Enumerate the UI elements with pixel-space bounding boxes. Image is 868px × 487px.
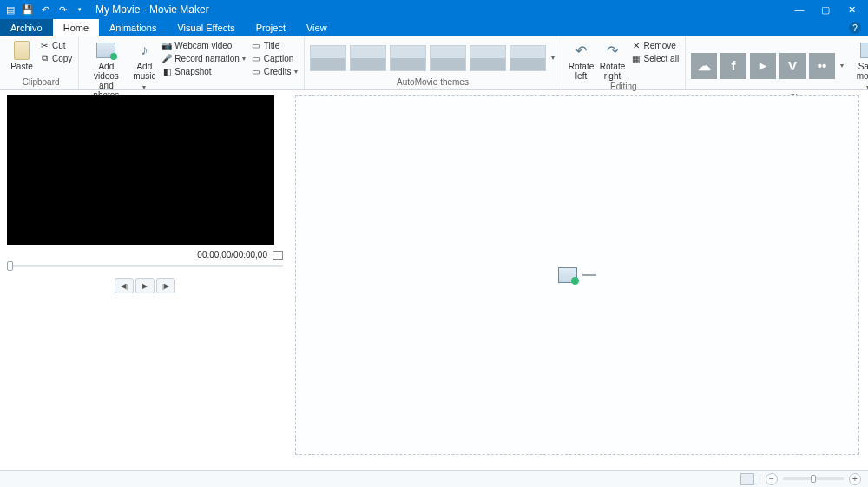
- youtube-icon: ▶: [760, 61, 766, 70]
- rotate-left-label: Rotateleft: [569, 62, 594, 81]
- select-all-icon: ▦: [631, 53, 641, 63]
- zoom-slider[interactable]: [783, 477, 844, 480]
- cut-button[interactable]: ✂Cut: [36, 39, 75, 51]
- tab-visual-effects[interactable]: Visual Effects: [167, 19, 245, 36]
- share-expand-icon[interactable]: ▾: [837, 62, 847, 69]
- webcam-icon: 📷: [161, 40, 172, 50]
- tab-animations[interactable]: Animations: [99, 19, 167, 36]
- video-preview[interactable]: [7, 95, 274, 245]
- tab-view[interactable]: View: [296, 19, 338, 36]
- tab-project[interactable]: Project: [246, 19, 296, 36]
- playback-controls: ◀| ▶ |▶: [7, 278, 283, 293]
- rotate-left-icon: ↶: [575, 43, 587, 59]
- paste-button[interactable]: Paste: [7, 38, 36, 72]
- tab-home[interactable]: Home: [53, 19, 99, 36]
- play-button[interactable]: ▶: [135, 278, 155, 293]
- group-clipboard-label: Clipboard: [7, 77, 75, 89]
- share-vimeo-button[interactable]: V: [779, 53, 806, 79]
- theme-thumb-1[interactable]: [310, 45, 346, 71]
- remove-button[interactable]: ✕Remove: [628, 39, 682, 51]
- titlebar: ▤ 💾 ↶ ↷ ▾ My Movie - Movie Maker — ▢ ✕: [0, 0, 868, 19]
- minimize-button[interactable]: —: [786, 0, 812, 19]
- webcam-video-button[interactable]: 📷Webcam video: [159, 39, 247, 51]
- save-movie-label: Savemovie: [855, 62, 868, 92]
- app-icon: ▤: [3, 3, 17, 16]
- select-all-label: Select all: [644, 54, 680, 63]
- prev-frame-button[interactable]: ◀|: [115, 278, 134, 293]
- add-media-icon: [96, 43, 115, 58]
- snapshot-icon: ◧: [161, 66, 172, 76]
- help-icon[interactable]: ?: [849, 22, 861, 34]
- share-youtube-button[interactable]: ▶: [750, 53, 776, 79]
- add-music-label: Addmusic: [132, 62, 156, 92]
- facebook-icon: f: [732, 58, 736, 73]
- rotate-right-icon: ↷: [607, 43, 618, 59]
- view-thumbnails-icon[interactable]: [740, 473, 754, 485]
- rotate-right-label: Rotateright: [600, 62, 625, 81]
- share-onedrive-button[interactable]: ☁: [691, 53, 717, 79]
- rotate-left-button[interactable]: ↶ Rotateleft: [566, 38, 597, 82]
- theme-thumb-4[interactable]: [430, 45, 466, 71]
- redo-icon[interactable]: ↷: [56, 3, 69, 16]
- snapshot-button[interactable]: ◧Snapshot: [159, 65, 247, 77]
- caption-label: Caption: [264, 54, 293, 63]
- preview-pane: 00:00,00/00:00,00 ◀| ▶ |▶: [0, 90, 290, 470]
- placeholder-line: [582, 274, 596, 276]
- theme-thumb-6[interactable]: [510, 45, 546, 71]
- record-narration-button[interactable]: 🎤Record narration: [159, 52, 247, 64]
- close-button[interactable]: ✕: [838, 0, 865, 19]
- group-editing: ↶ Rotateleft ↷ Rotateright ✕Remove ▦Sele…: [562, 36, 687, 89]
- fullscreen-icon[interactable]: [273, 251, 283, 260]
- theme-thumb-2[interactable]: [350, 45, 386, 71]
- copy-label: Copy: [52, 54, 72, 63]
- title-icon: ▭: [251, 40, 261, 50]
- add-music-button[interactable]: ♪ Addmusic: [129, 38, 159, 93]
- timeline-pane: [290, 90, 868, 470]
- cut-icon: ✂: [39, 40, 49, 50]
- remove-label: Remove: [644, 41, 676, 50]
- timeline-dropzone[interactable]: [295, 95, 859, 455]
- tab-file[interactable]: Archivo: [0, 19, 53, 36]
- share-facebook-button[interactable]: f: [720, 53, 746, 79]
- timecode: 00:00,00/00:00,00: [197, 250, 267, 260]
- zoom-in-button[interactable]: +: [849, 473, 861, 485]
- ribbon-tabs: Archivo Home Animations Visual Effects P…: [0, 19, 868, 36]
- remove-icon: ✕: [631, 40, 641, 50]
- seek-knob[interactable]: [7, 261, 13, 271]
- ribbon: Paste ✂Cut ⧉Copy Clipboard Add videosand…: [0, 36, 868, 90]
- maximize-button[interactable]: ▢: [812, 0, 838, 19]
- window-title: My Movie - Movie Maker: [95, 3, 209, 16]
- title-label: Title: [264, 41, 280, 50]
- zoom-knob[interactable]: [811, 475, 816, 483]
- main-area: 00:00,00/00:00,00 ◀| ▶ |▶: [0, 90, 868, 470]
- credits-button[interactable]: ▭Credits: [248, 65, 300, 77]
- add-media-placeholder-icon: [558, 267, 577, 283]
- theme-thumb-5[interactable]: [470, 45, 506, 71]
- rotate-right-button[interactable]: ↷ Rotateright: [597, 38, 628, 82]
- group-add: Add videosand photos ♪ Addmusic 📷Webcam …: [79, 36, 304, 89]
- select-all-button[interactable]: ▦Select all: [628, 52, 682, 64]
- group-themes-label: AutoMovie themes: [308, 77, 558, 89]
- qat-dropdown-icon[interactable]: ▾: [73, 3, 87, 16]
- group-clipboard: Paste ✂Cut ⧉Copy Clipboard: [3, 36, 79, 89]
- zoom-out-button[interactable]: −: [766, 473, 778, 485]
- share-flickr-button[interactable]: ••: [809, 53, 835, 79]
- copy-button[interactable]: ⧉Copy: [36, 52, 75, 64]
- music-icon: ♪: [141, 43, 148, 58]
- caption-icon: ▭: [251, 53, 261, 63]
- undo-icon[interactable]: ↶: [38, 3, 52, 16]
- save-icon[interactable]: 💾: [21, 3, 35, 16]
- title-button[interactable]: ▭Title: [248, 39, 300, 51]
- paste-label: Paste: [10, 62, 33, 71]
- next-frame-button[interactable]: |▶: [156, 278, 175, 293]
- paste-icon: [14, 41, 30, 60]
- theme-thumb-3[interactable]: [390, 45, 426, 71]
- quick-access-toolbar: ▤ 💾 ↶ ↷ ▾: [3, 3, 87, 16]
- caption-button[interactable]: ▭Caption: [248, 52, 300, 64]
- flickr-icon: ••: [818, 58, 827, 73]
- timeline-placeholder[interactable]: [558, 267, 596, 283]
- save-movie-button[interactable]: Savemovie: [852, 38, 868, 93]
- themes-expand-icon[interactable]: ▾: [548, 54, 558, 62]
- snapshot-label: Snapshot: [174, 67, 211, 76]
- seek-slider[interactable]: [7, 265, 283, 267]
